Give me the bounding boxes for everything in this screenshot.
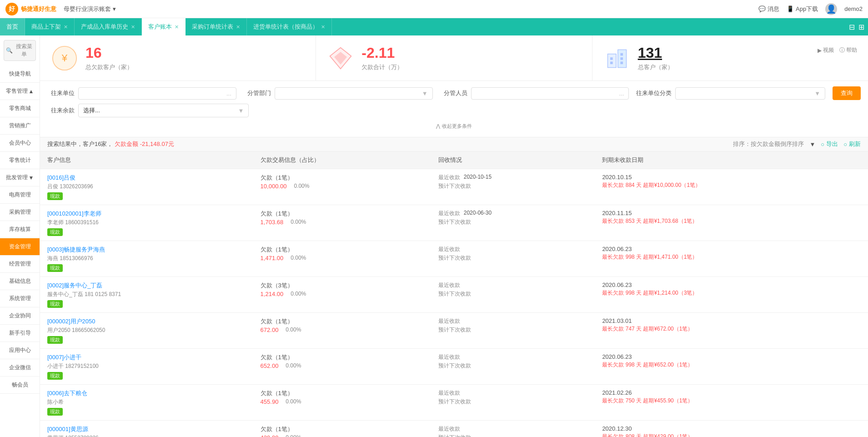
export-icon: ○ — [821, 141, 824, 148]
sidebar-item-app-center[interactable]: 应用中心 — [0, 342, 40, 359]
sidebar-item-member-center[interactable]: 会员中心 — [0, 135, 40, 152]
due-date: 2020.06.23 — [602, 353, 861, 360]
sidebar-item-enterprise-collab[interactable]: 企业协同 — [0, 307, 40, 325]
overdue-link[interactable]: 超期¥455.90（1笔） — [643, 397, 693, 404]
overdue-link[interactable]: 超期¥672.00（1笔） — [643, 326, 693, 332]
store-selector[interactable]: 母婴行业演示账套 ▾ — [64, 5, 116, 13]
result-owe: 欠款金额 -21,148.07元 — [115, 141, 174, 147]
customer-name[interactable]: [000001]黄思源 — [47, 425, 246, 433]
avatar[interactable]: 👤 — [825, 3, 837, 15]
tab-product-history[interactable]: 产成品入库单历史 ✕ — [75, 18, 142, 35]
svg-text:¥: ¥ — [61, 52, 68, 64]
sidebar-item-retail-mgmt[interactable]: 零售管理 ▲ — [0, 83, 40, 100]
customer-name[interactable]: [0003]畅捷服务尹海燕 — [47, 246, 246, 254]
sidebar-search-btn[interactable]: 🔍 搜索菜单 — [4, 40, 36, 61]
collect-label: 最近收款 — [438, 317, 460, 325]
collapse-btn[interactable]: ⋀ 收起更多条件 — [434, 121, 474, 131]
dept-arrow-icon: ▼ — [422, 90, 428, 97]
sidebar-item-ecommerce[interactable]: 电商管理 — [0, 186, 40, 204]
collection-cell: 最近收款 2020-10-15 预计下次收款 — [431, 169, 595, 205]
content-area: ¥ 16 总欠款客户（家） -2.11 欠款合计（万 — [40, 35, 868, 437]
sidebar-item-retail-stats[interactable]: 零售统计 — [0, 152, 40, 169]
sidebar-item-system-mgmt[interactable]: 系统管理 — [0, 290, 40, 307]
sort-arrow-icon: ▼ — [809, 141, 815, 148]
tab-purchase-order-close[interactable]: ✕ — [236, 24, 240, 30]
overdue-link[interactable]: 超期¥1,471.00（1笔） — [643, 254, 697, 260]
collect-label: 最近收款 — [438, 353, 460, 361]
svg-rect-8 — [620, 53, 623, 55]
due-date: 2021.03.01 — [602, 317, 861, 324]
owe-count: 欠款（1笔） — [261, 425, 424, 433]
tab-home[interactable]: 首页 — [0, 18, 25, 35]
tab-expand-icon[interactable]: ⊞ — [858, 23, 864, 31]
sidebar-item-enterprise-wechat[interactable]: 企业微信 — [0, 359, 40, 377]
person-label: 分管人员 — [440, 89, 467, 97]
from-unit-input[interactable]: ... — [78, 87, 236, 100]
tab-product-shelf-close[interactable]: ✕ — [64, 24, 68, 30]
dept-select[interactable]: ▼ — [275, 87, 433, 100]
export-btn[interactable]: ○ 导出 — [821, 140, 838, 148]
customer-name[interactable]: [0002]服务中心_丁磊 — [47, 281, 246, 290]
tab-minimize-icon[interactable]: ⊟ — [849, 23, 855, 31]
sidebar-item-finance[interactable]: 资金管理 — [0, 238, 40, 256]
sidebar-item-biz-mgmt[interactable]: 经营管理 — [0, 256, 40, 273]
customer-name[interactable]: [000002]用户2050 — [47, 317, 246, 326]
sidebar-item-basic-info[interactable]: 基础信息 — [0, 273, 40, 290]
sidebar-item-member-plus-label: 畅会员 — [12, 381, 28, 389]
due-date-cell: 2020.10.15 最长欠款 884 天 超期¥10,000.00（1笔） — [595, 169, 868, 205]
sidebar-item-inventory[interactable]: 库存核算 — [0, 221, 40, 238]
svg-rect-7 — [610, 61, 613, 64]
sidebar-item-batch-mgmt[interactable]: 批发管理 ▼ — [0, 169, 40, 186]
collection-cell: 最近收款 预计下次收款 — [431, 277, 595, 313]
customer-name[interactable]: [0007]小进干 — [47, 353, 246, 362]
overdue-link[interactable]: 超期¥1,703.68（1笔） — [643, 218, 697, 224]
person-input[interactable]: ... — [471, 87, 629, 100]
tab-customer-account-close[interactable]: ✕ — [175, 24, 179, 30]
owe-count: 欠款（3笔） — [261, 281, 424, 290]
summary-cards: ¥ 16 总欠款客户（家） -2.11 欠款合计（万 — [40, 35, 868, 81]
customer-info-cell: [0003]畅捷服务尹海燕 海燕 18513066976 现款 — [40, 241, 253, 277]
owe-amount: 429.00 — [261, 434, 279, 437]
customer-name[interactable]: [0016]吕俊 — [47, 174, 246, 182]
help-btn[interactable]: ⓘ 帮助 — [839, 46, 857, 54]
sidebar-item-purchase-mgmt[interactable]: 采购管理 — [0, 204, 40, 221]
top-bar-right: 💬 消息 📱 App下载 👤 demo2 — [758, 3, 863, 15]
overdue-link[interactable]: 超期¥10,000.00（1笔） — [643, 182, 701, 188]
customer-contact: 用户2050 18665062050 — [47, 326, 246, 334]
due-date: 2020.11.15 — [602, 210, 861, 216]
customer-contact: 黄思源 13552700226 — [47, 434, 246, 437]
tab-purchase-stat[interactable]: 进货单统计表（按商品） ✕ — [247, 18, 332, 35]
video-btn[interactable]: ▶ 视频 — [818, 46, 834, 54]
search-button[interactable]: 查询 — [833, 86, 861, 100]
tab-purchase-order[interactable]: 采购订单统计表 ✕ — [186, 18, 247, 35]
card-owe-customers-label: 总欠款客户（家） — [85, 63, 305, 71]
overdue-link[interactable]: 超期¥429.00（1笔） — [643, 433, 693, 437]
sidebar-item-new-guide[interactable]: 新手引导 — [0, 325, 40, 342]
owe-info-cell: 欠款（3笔） 1,214.00 0.00% — [253, 277, 431, 313]
sidebar-item-member-plus[interactable]: 畅会员 — [0, 377, 40, 394]
message-btn[interactable]: 💬 消息 — [758, 5, 779, 13]
from-balance-label: 往来余款 — [47, 106, 75, 115]
sidebar-item-marketing[interactable]: 营销推广 — [0, 117, 40, 135]
unit-category-select[interactable]: ▼ — [675, 87, 825, 100]
overdue-link[interactable]: 超期¥1,214.00（3笔） — [643, 290, 697, 296]
sidebar-item-finance-label: 资金管理 — [9, 243, 31, 251]
customer-info-cell: [0002]服务中心_丁磊 服务中心_丁磊 181 0125 8371 现款 — [40, 277, 253, 313]
refresh-btn[interactable]: ○ 刷新 — [843, 140, 861, 148]
tab-purchase-stat-close[interactable]: ✕ — [321, 24, 325, 30]
customer-name[interactable]: [0001020001]李老师 — [47, 210, 246, 218]
customer-info-cell: [0001020001]李老师 李老师 18600391516 现款 — [40, 205, 253, 241]
sidebar-item-quick-nav[interactable]: 快捷导航 — [0, 65, 40, 83]
sidebar-item-retail-mall[interactable]: 零售商城 — [0, 100, 40, 117]
collection-cell: 最近收款 预计下次收款 — [431, 421, 595, 437]
collect-next: 预计下次收款 — [438, 362, 588, 370]
app-download-btn[interactable]: 📱 App下载 — [787, 5, 818, 13]
tab-product-shelf[interactable]: 商品上下架 ✕ — [25, 18, 75, 35]
customer-name[interactable]: [0006]去下粮仓 — [47, 389, 246, 397]
from-balance-select[interactable]: 选择... ▼ — [78, 104, 249, 117]
owe-info-cell: 欠款（1笔） 672.00 0.00% — [253, 313, 431, 349]
overdue-text: 最长欠款 884 天 超期¥10,000.00（1笔） — [602, 181, 861, 189]
overdue-link[interactable]: 超期¥652.00（1笔） — [643, 362, 693, 368]
tab-product-history-close[interactable]: ✕ — [131, 24, 135, 30]
tab-customer-account[interactable]: 客户账本 ✕ — [142, 18, 186, 35]
